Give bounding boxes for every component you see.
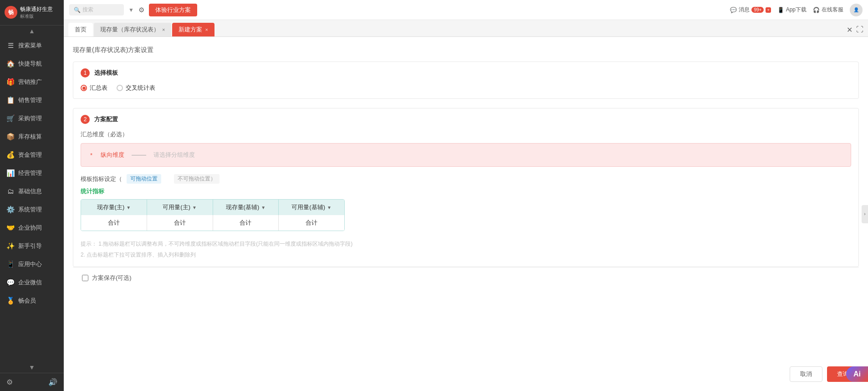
page-title: 现存量(库存状况表)方案设置 [73,46,859,54]
content-area: 现存量(库存状况表)方案设置 1 选择模板 汇总表 交叉统计表 [64,37,868,391]
chevron-icon-3: ▼ [327,205,332,210]
header-label-3: 可用量(基辅) [291,203,325,211]
phone-icon: 📱 [777,7,784,13]
sidebar-item-marketing[interactable]: 🎁 营销推广 [0,73,64,91]
section2-title: 方案配置 [94,115,118,123]
right-panel-toggle[interactable]: › [862,205,868,223]
sidebar-item-guide[interactable]: ✨ 新手引导 [0,237,64,255]
section1-num: 1 [81,68,90,77]
radio-cross-label: 交叉统计表 [126,84,155,92]
tab-close-panel-icon[interactable]: ✕ [847,26,853,34]
topbar-gear-icon[interactable]: ⚙ [138,6,144,14]
industry-btn[interactable]: 体验行业方案 [149,4,197,16]
user-avatar[interactable]: 👤 [850,4,863,16]
tab-inventory-close[interactable]: × [162,27,165,32]
sidebar-item-basic-info[interactable]: 🗂 基础信息 [0,182,64,201]
tab-inventory-status[interactable]: 现存量（库存状况表） × [94,23,171,36]
tab-home[interactable]: 首页 [68,23,93,36]
tabs-bar: 首页 现存量（库存状况表） × 新建方案 × ✕ ⛶ [64,20,868,37]
tab-expand-icon[interactable]: ⛶ [856,26,863,34]
speaker-icon[interactable]: 🔊 [48,378,57,386]
indicators-row-label: 模板指标设定（ 可拖动位置 不可拖动位置） [81,174,851,184]
message-badge: 99+ [751,7,764,13]
search-menu-icon: ☰ [6,41,15,50]
sidebar-item-label: 企业协同 [18,224,42,232]
data-cell-1: 合计 [147,215,213,231]
sidebar-item-search-menu[interactable]: ☰ 搜索菜单 [0,36,64,55]
sidebar-item-system[interactable]: ⚙️ 系统管理 [0,201,64,219]
chevron-icon-1: ▼ [192,205,197,210]
stats-table-header: 现存量(主) ▼ 可用量(主) ▼ 现存量(基辅) ▼ [81,200,344,215]
cooperation-icon: 🤝 [6,224,15,232]
sidebar-item-purchase[interactable]: 🛒 采购管理 [0,109,64,128]
save-option: 方案保存(可选) [73,267,859,288]
sidebar-item-operations[interactable]: 📊 经营管理 [0,164,64,182]
header-cell-0[interactable]: 现存量(主) ▼ [81,200,147,215]
sidebar-item-app-center[interactable]: 📱 应用中心 [0,255,64,273]
chevron-icon-0: ▼ [126,205,131,210]
inventory-icon: 📦 [6,133,15,141]
topbar-dropdown[interactable]: ▼ [128,7,134,13]
sidebar-item-quick-nav[interactable]: 🏠 快捷导航 [0,55,64,73]
data-cell-3: 合计 [279,215,344,231]
guide-icon: ✨ [6,242,15,250]
customer-service-label: 在线客服 [822,6,843,14]
sidebar-item-label: 新手引导 [18,242,42,250]
topbar-actions: 💬 消息 99+ + 📱 App下载 🎧 在线客服 👤 [730,4,863,16]
header-cell-1[interactable]: 可用量(主) ▼ [147,200,213,215]
sidebar-item-label: 基础信息 [18,187,42,196]
customer-service-action[interactable]: 🎧 在线客服 [813,6,843,14]
tab-new-scheme[interactable]: 新建方案 × [172,23,214,36]
scroll-down-icon[interactable]: ▼ [29,364,35,371]
tab-new-scheme-label: 新建方案 [179,26,202,34]
save-checkbox[interactable] [82,275,88,281]
system-icon: ⚙️ [6,206,15,214]
settings-icon[interactable]: ⚙ [6,378,13,386]
scroll-up-area[interactable]: ▲ [0,26,64,36]
panel-chevron-icon: › [864,211,865,216]
sidebar-item-label: 应用中心 [18,260,42,268]
sidebar-nav: ☰ 搜索菜单 🏠 快捷导航 🎁 营销推广 📋 销售管理 🛒 采购管理 📦 库存核… [0,36,64,362]
message-action[interactable]: 💬 消息 99+ + [730,6,771,14]
sidebar-item-wechat[interactable]: 💬 企业微信 [0,273,64,292]
radio-summary-circle [81,85,87,91]
radio-summary[interactable]: 汇总表 [81,84,107,92]
sidebar-item-inventory[interactable]: 📦 库存核算 [0,128,64,146]
header-cell-3[interactable]: 可用量(基辅) ▼ [279,200,344,215]
header-cell-2[interactable]: 现存量(基辅) ▼ [213,200,279,215]
radio-summary-label: 汇总表 [90,84,107,92]
plus-label: + [766,7,771,13]
section2-header: 2 方案配置 [81,115,851,124]
settings-body: 现存量(库存状况表)方案设置 1 选择模板 汇总表 交叉统计表 [64,37,868,325]
tab-inventory-label: 现存量（库存状况表） [100,26,159,34]
sidebar-item-finance[interactable]: 💰 资金管理 [0,146,64,164]
tab-new-scheme-close[interactable]: × [205,27,208,32]
radio-cross[interactable]: 交叉统计表 [117,84,155,92]
search-icon: 🔍 [74,7,81,13]
non-draggable-tag: 不可拖动位置） [174,174,220,184]
main-area: 🔍 搜索 ▼ ⚙ 体验行业方案 💬 消息 99+ + 📱 App下载 🎧 在线客… [64,0,868,391]
finance-icon: 💰 [6,151,15,159]
header-label-2: 现存量(基辅) [226,203,260,211]
scroll-up-icon[interactable]: ▲ [29,27,35,35]
marketing-icon: 🎁 [6,78,15,86]
app-download-action[interactable]: 📱 App下载 [777,6,807,14]
wechat-icon: 💬 [6,278,15,287]
purchase-icon: 🛒 [6,114,15,123]
section-template: 1 选择模板 汇总表 交叉统计表 [73,62,859,99]
sidebar-item-label: 系统管理 [18,206,42,214]
sales-icon: 📋 [6,96,15,104]
operations-icon: 📊 [6,169,15,177]
sidebar-item-sales[interactable]: 📋 销售管理 [0,91,64,109]
sidebar-item-membership[interactable]: 🏅 畅会员 [0,292,64,310]
scroll-down-area[interactable]: ▼ [0,362,64,373]
topbar-search[interactable]: 🔍 搜索 [69,4,124,15]
sidebar-item-label: 企业微信 [18,278,42,287]
stats-table-body: 合计 合计 合计 合计 [81,215,344,231]
sidebar-item-cooperation[interactable]: 🤝 企业协同 [0,219,64,237]
draggable-tag: 可拖动位置 [127,174,161,184]
section1-title: 选择模板 [94,69,118,77]
header-label-0: 现存量(主) [97,203,125,211]
ai-badge[interactable]: Ai [846,366,868,382]
cancel-button[interactable]: 取消 [790,366,822,382]
